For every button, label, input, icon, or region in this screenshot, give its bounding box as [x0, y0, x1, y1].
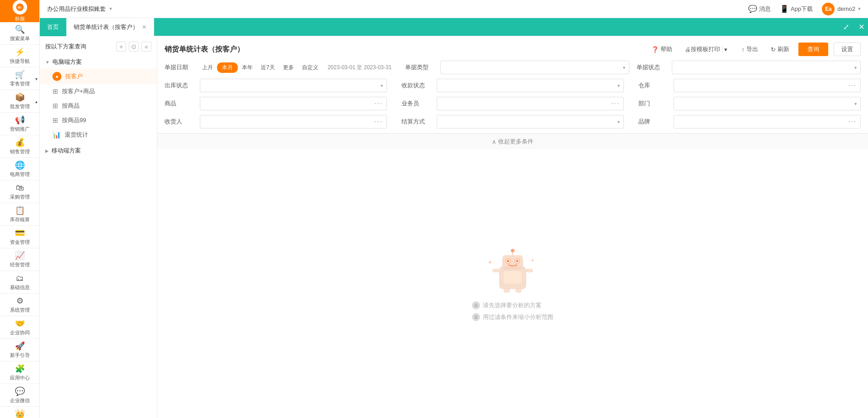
empty-hint-1: ① 请先选择要分析的方案: [472, 301, 553, 309]
filter-row-3: 商品 ··· 业务员 ··· 部门: [165, 97, 861, 110]
scheme-item-by-customer[interactable]: ● 按客户: [40, 69, 157, 84]
left-panel-header: 按以下方案查询 + ⊙ «: [40, 42, 157, 55]
date-this-month[interactable]: 本月: [217, 62, 238, 73]
add-icon: +: [119, 43, 123, 50]
purchase-icon: 🛍: [16, 183, 24, 193]
tab-sales-stat-label: 销货单统计表（按客户）: [74, 23, 138, 31]
sidebar-item-ecommerce[interactable]: 🌐 电商管理: [0, 158, 39, 180]
sidebar-item-marketing[interactable]: 📢 营销推广: [0, 113, 39, 135]
date-this-year[interactable]: 本年: [238, 62, 257, 73]
help-btn[interactable]: ❓ 帮助: [648, 43, 676, 55]
template-print-btn[interactable]: 🖨 按模板打印 ▾: [681, 43, 733, 55]
doc-status-arrow: ▾: [854, 65, 857, 70]
template-print-label: 按模板打印: [691, 45, 720, 53]
tab-home[interactable]: 首页: [40, 18, 66, 36]
scheme-item-label: 退货统计: [65, 131, 88, 139]
sidebar-item-label: 企业协同: [10, 329, 30, 336]
doc-status-select[interactable]: ▾: [672, 61, 861, 74]
sidebar-item-label: 批发管理: [10, 103, 30, 110]
content: 按以下方案查询 + ⊙ « ▼ 电脑端方案: [40, 36, 868, 418]
scheme-desktop-title[interactable]: ▼ 电脑端方案: [40, 55, 157, 69]
topbar-left: 办公用品行业模拟账套 ▾: [47, 5, 112, 13]
date-custom[interactable]: 自定义: [298, 62, 322, 73]
grid-icon: ⊞: [52, 87, 58, 95]
message-btn[interactable]: 💬 消息: [748, 5, 771, 13]
collapse-panel-btn[interactable]: «: [142, 42, 151, 52]
sidebar-item-operations[interactable]: 📈 经营管理: [0, 248, 39, 271]
date-more[interactable]: 更多: [279, 62, 298, 73]
sidebar-item-quick-nav[interactable]: ⚡ 快捷导航: [0, 45, 39, 67]
page-actions: ❓ 帮助 🖨 按模板打印 ▾ ↑ 导出 ↻ 刷新: [648, 43, 861, 56]
sidebar-item-app-center[interactable]: 🧩 应用中心: [0, 361, 39, 384]
logo-text: 标服: [15, 15, 25, 22]
help-icon: ❓: [651, 46, 659, 53]
scheme-mobile-title[interactable]: ▶ 移动端方案: [40, 144, 157, 157]
user-menu[interactable]: Ea demo2 ▾: [822, 3, 861, 15]
svg-rect-10: [492, 269, 500, 272]
sidebar-item-system[interactable]: ⚙ 系统管理: [0, 294, 39, 316]
dept-select[interactable]: ▾: [674, 97, 861, 110]
consignee-select[interactable]: ···: [200, 115, 387, 128]
warehouse-select[interactable]: ···: [674, 79, 861, 92]
left-panel: 按以下方案查询 + ⊙ « ▼ 电脑端方案: [40, 36, 157, 418]
grid-icon3: ⊞: [52, 116, 58, 124]
desktop-expand-arrow: ▼: [45, 60, 50, 65]
sidebar-item-wechat[interactable]: 💬 企业微信: [0, 384, 39, 407]
date-last-month[interactable]: 上月: [198, 62, 217, 73]
industry-dropdown-arrow[interactable]: ▾: [109, 6, 112, 12]
header-actions: + ⊙ «: [116, 42, 151, 52]
warehouse-dots: ···: [848, 81, 857, 90]
scheme-item-by-customer-product[interactable]: ⊞ 按客户+商品: [40, 84, 157, 99]
tab-close-btn[interactable]: ✕: [142, 24, 146, 30]
sidebar-item-basic[interactable]: 🗂 基础信息: [0, 271, 39, 294]
sidebar-item-label: 快捷导航: [10, 58, 30, 65]
sidebar-item-member[interactable]: 👑 畅会员: [0, 407, 39, 418]
query-button[interactable]: 查询: [798, 43, 828, 56]
window-close-btn[interactable]: ✕: [854, 23, 868, 31]
scheme-item-by-product[interactable]: ⊞ 按商品: [40, 99, 157, 113]
add-scheme-btn[interactable]: +: [116, 42, 126, 52]
filter-payment-col: 结算方式 ▾: [401, 115, 624, 128]
doc-type-select[interactable]: ▾: [440, 61, 629, 74]
scheme-settings-btn[interactable]: ⊙: [129, 42, 139, 52]
sidebar-item-enterprise[interactable]: 🤝 企业协同: [0, 316, 39, 339]
sidebar-item-retail[interactable]: 🛒 零售管理 ▾: [0, 67, 39, 90]
staff-select[interactable]: ···: [437, 97, 624, 110]
app-logo[interactable]: 畅 标服: [0, 0, 39, 22]
empty-illustration: ✦ ✦: [483, 246, 542, 296]
template-print-arrow[interactable]: ▾: [722, 46, 729, 53]
sidebar-item-newbie[interactable]: 🚀 新手引导: [0, 339, 39, 361]
svg-point-9: [511, 249, 514, 252]
empty-hints: ① 请先选择要分析的方案 ② 用过滤条件来缩小分析范围: [472, 301, 553, 321]
sidebar-item-inventory[interactable]: 📋 库存核算: [0, 203, 39, 226]
tab-expand-btn[interactable]: ⤢: [838, 23, 854, 31]
app-download-btn[interactable]: 📱 App下载: [780, 5, 813, 13]
scheme-item-return-stat[interactable]: 📊 退货统计: [40, 128, 157, 142]
chart-icon: 📊: [52, 131, 61, 139]
sidebar-item-search-menu[interactable]: 🔍 搜索菜单: [0, 22, 39, 45]
settings-button[interactable]: 设置: [834, 43, 861, 56]
brand-select[interactable]: ···: [674, 115, 861, 128]
product-select[interactable]: ···: [200, 97, 387, 110]
sidebar-item-sales[interactable]: 💰 销售管理: [0, 135, 39, 158]
logo-icon: 畅: [13, 0, 27, 14]
sidebar-item-finance[interactable]: 💳 资金管理: [0, 226, 39, 248]
export-btn[interactable]: ↑ 导出: [738, 43, 762, 55]
sales-icon: 💰: [15, 138, 25, 147]
staff-label: 业务员: [401, 100, 433, 108]
scheme-item-by-product-99[interactable]: ⊞ 按商品99: [40, 113, 157, 128]
sidebar-item-purchase[interactable]: 🛍 采购管理: [0, 180, 39, 203]
out-status-select[interactable]: ▾: [200, 79, 387, 92]
payment-select[interactable]: ▾: [437, 115, 624, 128]
date-last-7[interactable]: 近7天: [257, 62, 279, 73]
sidebar-item-label: 采购管理: [10, 194, 30, 200]
svg-rect-11: [526, 269, 533, 272]
receipt-status-select[interactable]: ▾: [437, 79, 624, 92]
collapse-more-btn[interactable]: ∧ 收起更多条件: [157, 133, 868, 149]
sidebar-item-label: 应用中心: [10, 375, 30, 381]
sidebar-item-wholesale[interactable]: 📦 批发管理 ▴: [0, 90, 39, 113]
sidebar-item-label: 资金管理: [10, 239, 30, 246]
scheme-section-mobile: ▶ 移动端方案: [40, 144, 157, 157]
tab-sales-stat[interactable]: 销货单统计表（按客户） ✕: [66, 18, 154, 36]
refresh-btn[interactable]: ↻ 刷新: [767, 43, 793, 55]
